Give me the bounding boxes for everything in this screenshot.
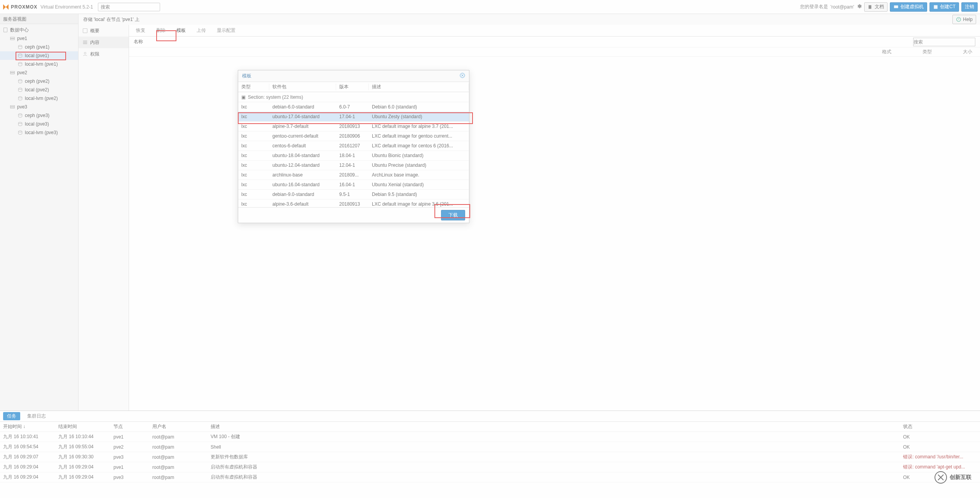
template-row-type: lxc — [238, 201, 269, 207]
template-row-description: LXC default image for gentoo current... — [369, 133, 469, 139]
modal-title: 模板 — [242, 73, 251, 79]
template-row[interactable]: lxccentos-6-default20161207LXC default i… — [238, 141, 469, 151]
template-row-package: archlinux-base — [269, 172, 336, 178]
template-row[interactable]: lxcubuntu-18.04-standard18.04-1Ubuntu Bi… — [238, 151, 469, 161]
template-row-version: 20180913 — [336, 201, 369, 207]
template-row-description: LXC default image for centos 6 (2016... — [369, 143, 469, 149]
template-row-package: alpine-3.6-default — [269, 201, 336, 207]
template-row-version: 9.5-1 — [336, 192, 369, 197]
template-row-package: ubuntu-17.04-standard — [269, 114, 336, 119]
template-row-package: gentoo-current-default — [269, 133, 336, 139]
template-row-description: Debian 6.0 (standard) — [369, 104, 469, 110]
template-row-version: 20180913 — [336, 124, 369, 129]
template-row-type: lxc — [238, 114, 269, 119]
template-row[interactable]: lxcalpine-3.6-default20180913LXC default… — [238, 199, 469, 207]
template-row-package: ubuntu-12.04-standard — [269, 163, 336, 168]
template-row-package: alpine-3.7-default — [269, 124, 336, 129]
template-row[interactable]: lxcdebian-6.0-standard6.0-7Debian 6.0 (s… — [238, 102, 469, 112]
template-row-version: 20161207 — [336, 143, 369, 149]
template-row-version: 6.0-7 — [336, 104, 369, 110]
modal-col-package[interactable]: 软件包 — [269, 84, 336, 90]
template-row-description: Ubuntu Precise (standard) — [369, 163, 469, 168]
template-row-type: lxc — [238, 143, 269, 149]
template-row-type: lxc — [238, 104, 269, 110]
template-row-package: centos-6-default — [269, 143, 336, 149]
template-row-type: lxc — [238, 182, 269, 187]
modal-col-version[interactable]: 版本 — [336, 84, 369, 90]
template-row-version: 201809... — [336, 172, 369, 178]
template-row-description: Ubuntu Bionic (standard) — [369, 153, 469, 158]
template-row-description: Ubuntu Xenial (standard) — [369, 182, 469, 187]
modal-section-header[interactable]: ▣ Section: system (22 Items) — [238, 92, 469, 102]
template-row[interactable]: lxcarchlinux-base201809...ArchLinux base… — [238, 170, 469, 180]
source-badge-label: 创新互联 — [950, 474, 971, 481]
template-row-type: lxc — [238, 124, 269, 129]
template-row[interactable]: lxcubuntu-12.04-standard12.04-1Ubuntu Pr… — [238, 161, 469, 170]
template-row-version: 16.04-1 — [336, 182, 369, 187]
template-row[interactable]: lxcdebian-9.0-standard9.5-1Debian 9.5 (s… — [238, 190, 469, 199]
template-row-package: debian-9.0-standard — [269, 192, 336, 197]
templates-modal: 模板 类型 软件包 版本 描述 ▣ Section: system (22 It… — [238, 70, 469, 223]
template-row-type: lxc — [238, 153, 269, 158]
template-row-description: LXC default image for alpine 3.6 (201... — [369, 201, 469, 207]
template-row-package: debian-6.0-standard — [269, 104, 336, 110]
template-row[interactable]: lxcubuntu-16.04-standard16.04-1Ubuntu Xe… — [238, 180, 469, 190]
template-row-version: 12.04-1 — [336, 163, 369, 168]
template-row[interactable]: lxcalpine-3.7-default20180913LXC default… — [238, 122, 469, 131]
template-row-description: Ubuntu Zesty (standard) — [369, 114, 469, 119]
download-button[interactable]: 下载 — [441, 210, 465, 220]
template-row-version: 20180906 — [336, 133, 369, 139]
template-row[interactable]: lxcubuntu-17.04-standard17.04-1Ubuntu Ze… — [238, 112, 469, 122]
template-row-type: lxc — [238, 172, 269, 178]
template-row-version: 17.04-1 — [336, 114, 369, 119]
template-row-type: lxc — [238, 163, 269, 168]
modal-section-label: Section: system (22 Items) — [248, 94, 303, 100]
modal-col-description[interactable]: 描述 — [369, 84, 469, 90]
template-row-description: Debian 9.5 (standard) — [369, 192, 469, 197]
template-row-type: lxc — [238, 133, 269, 139]
modal-mask — [0, 0, 980, 498]
template-row-description: ArchLinux base image. — [369, 172, 469, 178]
download-label: 下载 — [448, 212, 458, 218]
template-row-package: ubuntu-16.04-standard — [269, 182, 336, 187]
template-row-package: ubuntu-18.04-standard — [269, 153, 336, 158]
template-row-version: 18.04-1 — [336, 153, 369, 158]
modal-col-type[interactable]: 类型 — [238, 84, 269, 90]
template-row-type: lxc — [238, 192, 269, 197]
template-row[interactable]: lxcgentoo-current-default20180906LXC def… — [238, 131, 469, 141]
close-icon[interactable] — [460, 73, 465, 79]
collapse-icon[interactable]: ▣ — [241, 94, 246, 100]
source-badge: 创新互联 — [934, 468, 977, 486]
template-row-description: LXC default image for alpine 3.7 (201... — [369, 124, 469, 129]
